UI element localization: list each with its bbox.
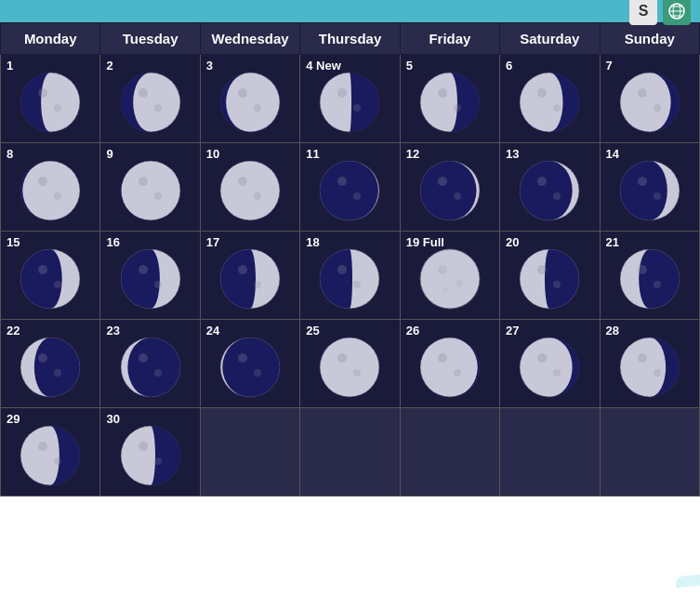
calendar-cell	[400, 408, 499, 497]
date-label: 27	[506, 324, 519, 338]
date-label: 13	[506, 147, 519, 161]
svg-point-79	[438, 265, 447, 274]
calendar-cell	[500, 408, 600, 497]
date-label: 24	[206, 324, 219, 338]
svg-point-14	[238, 88, 247, 98]
date-label: 16	[106, 235, 119, 249]
calendar-cell	[300, 408, 400, 497]
svg-point-121	[54, 457, 61, 465]
svg-point-46	[337, 177, 347, 186]
calendar-cell: 27	[500, 320, 600, 408]
moon-phase	[403, 57, 497, 140]
date-label: 18	[306, 235, 319, 249]
date-label: 20	[506, 235, 519, 249]
svg-point-109	[454, 369, 461, 377]
svg-point-67	[154, 281, 162, 288]
date-label: 1	[7, 59, 13, 73]
calendar-table: MondayTuesdayWednesdayThursdayFridaySatu…	[0, 22, 700, 497]
moon-phase	[502, 57, 597, 140]
day-header-sunday: Sunday	[600, 23, 699, 55]
svg-point-23	[454, 104, 461, 112]
calendar-cell: 14	[600, 143, 699, 232]
svg-point-62	[38, 265, 47, 274]
svg-point-34	[38, 177, 47, 186]
calendar-cell: 21	[600, 232, 699, 320]
svg-point-26	[537, 88, 547, 98]
date-label: 10	[206, 147, 219, 161]
svg-point-97	[154, 369, 162, 377]
calendar-cell: 19 Full	[400, 232, 499, 320]
calendar-cell: 2	[100, 55, 200, 143]
moon-phase	[102, 57, 197, 140]
svg-point-19	[353, 104, 361, 112]
calendar-cell: 7	[600, 55, 699, 143]
s-icon[interactable]: S	[629, 0, 657, 25]
calendar-cell: 12	[400, 143, 499, 232]
calendar-cell: 22	[1, 320, 100, 408]
svg-point-51	[454, 192, 461, 200]
svg-point-31	[654, 104, 661, 112]
calendar-cell: 5	[400, 55, 499, 143]
svg-point-116	[638, 353, 647, 363]
date-label: 12	[406, 147, 419, 161]
header: S	[0, 0, 700, 22]
svg-point-66	[139, 265, 148, 274]
date-label: 30	[106, 412, 119, 426]
date-label: 22	[7, 324, 20, 338]
svg-point-124	[139, 442, 148, 451]
svg-point-80	[456, 280, 463, 287]
svg-point-43	[254, 192, 261, 200]
svg-point-77	[420, 249, 480, 309]
date-label: 23	[106, 324, 119, 338]
svg-point-39	[154, 192, 162, 200]
svg-point-42	[238, 177, 247, 186]
svg-point-117	[654, 369, 661, 377]
svg-point-55	[553, 192, 561, 200]
calendar-cell: 17	[200, 232, 299, 320]
globe-icon[interactable]	[663, 0, 691, 25]
svg-point-88	[638, 265, 647, 274]
day-header-friday: Friday	[400, 23, 499, 55]
svg-point-113	[553, 369, 561, 377]
moon-phase	[602, 57, 697, 140]
calendar-cell: 3	[200, 55, 299, 143]
svg-point-6	[38, 88, 47, 98]
svg-point-30	[638, 88, 647, 98]
svg-point-47	[353, 192, 361, 200]
day-header-thursday: Thursday	[300, 23, 400, 55]
svg-point-59	[654, 192, 661, 200]
date-label: 3	[206, 59, 213, 73]
moon-phase	[203, 57, 297, 140]
calendar-cell: 10	[200, 143, 299, 232]
svg-point-81	[442, 287, 448, 293]
svg-point-74	[337, 265, 347, 274]
calendar-cell: 13	[500, 143, 600, 232]
svg-point-93	[54, 369, 61, 377]
svg-point-70	[238, 265, 247, 274]
calendar-cell	[200, 408, 299, 497]
watermark	[676, 575, 700, 588]
svg-point-15	[254, 104, 261, 112]
calendar-cell	[600, 408, 699, 497]
svg-point-89	[654, 281, 661, 288]
date-label: 29	[7, 412, 20, 426]
calendar-cell: 29	[1, 408, 100, 497]
svg-point-125	[154, 457, 162, 465]
date-label: 2	[106, 59, 112, 73]
day-header-wednesday: Wednesday	[200, 23, 299, 55]
date-label: 6	[506, 59, 512, 73]
svg-point-58	[638, 177, 647, 186]
calendar-cell: 8	[1, 143, 100, 232]
date-label: 5	[406, 59, 413, 73]
svg-point-7	[54, 104, 61, 112]
date-label: 25	[306, 324, 319, 338]
calendar-cell: 16	[100, 232, 200, 320]
date-label: 26	[406, 324, 419, 338]
svg-point-84	[537, 265, 547, 274]
svg-point-71	[254, 281, 261, 288]
date-label: 15	[7, 235, 20, 249]
calendar-cell: 23	[100, 320, 200, 408]
svg-point-104	[337, 353, 347, 363]
svg-point-22	[438, 88, 447, 98]
moon-phase	[102, 145, 197, 229]
